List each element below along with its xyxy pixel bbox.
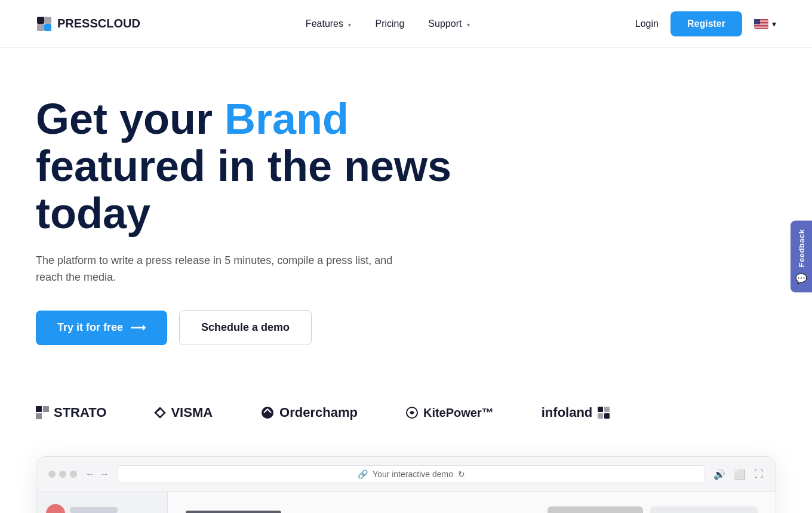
action-button-placeholder: [548, 506, 643, 513]
nav-links: Features ▾ Pricing Support ▾: [306, 19, 470, 29]
cast-icon[interactable]: ⬜: [734, 469, 746, 480]
browser-content: [36, 492, 776, 513]
svg-rect-10: [754, 27, 768, 27]
svg-rect-2: [37, 24, 44, 31]
svg-rect-17: [598, 407, 603, 412]
demo-section: ← → 🔗 Your interactive demo ↻ 🔊 ⬜ ⛶: [0, 456, 812, 513]
logo-icon: [36, 16, 53, 32]
dashboard-title: [186, 511, 281, 513]
support-dropdown-arrow: ▾: [467, 21, 470, 28]
infoland-icon: [597, 406, 610, 419]
register-button[interactable]: Register: [670, 11, 742, 36]
feedback-label: Feedback: [797, 229, 806, 267]
hero-title-part2: featured in the news today: [36, 142, 451, 237]
features-dropdown-arrow: ▾: [348, 21, 351, 28]
forward-arrow-icon[interactable]: →: [100, 469, 109, 480]
sidebar-avatar: [46, 504, 65, 513]
hero-title-part1: Get your: [36, 95, 224, 143]
svg-rect-18: [604, 407, 610, 412]
dot-yellow: [59, 471, 66, 478]
dot-green: [70, 471, 77, 478]
try-free-button[interactable]: Try it for free ⟶: [36, 311, 167, 345]
lang-dropdown-arrow: ▾: [772, 19, 776, 29]
arrow-icon: ⟶: [130, 321, 146, 334]
nav-actions: Login Register ▾: [635, 11, 776, 36]
orderchamp-icon: [260, 406, 275, 420]
nav-features-link[interactable]: Features ▾: [306, 19, 352, 29]
kitepower-logo: KitePower™: [405, 406, 494, 420]
app-sidebar: [36, 492, 168, 513]
visma-icon: [154, 407, 166, 419]
svg-rect-12: [36, 406, 42, 412]
app-main-header: [186, 506, 758, 513]
kitepower-icon: [405, 406, 419, 419]
navbar: PRESSCLOUD Features ▾ Pricing Support ▾ …: [0, 0, 812, 48]
hero-title: Get your Brand featured in the news toda…: [36, 96, 502, 238]
sound-icon[interactable]: 🔊: [713, 469, 725, 480]
infoland-logo: infoland: [542, 405, 611, 420]
app-main-content: [168, 492, 776, 513]
strato-logo: STRATO: [36, 405, 106, 420]
partner-logos-section: STRATO VISMA Orderchamp KitePower™ infol…: [0, 381, 812, 456]
svg-rect-19: [598, 413, 603, 419]
hero-title-highlight: Brand: [224, 95, 349, 143]
nav-item-features[interactable]: Features ▾: [306, 19, 352, 29]
svg-rect-9: [754, 26, 768, 26]
browser-bar: ← → 🔗 Your interactive demo ↻ 🔊 ⬜ ⛶: [36, 457, 776, 492]
us-flag-icon: [754, 19, 768, 29]
back-arrow-icon[interactable]: ←: [85, 469, 95, 480]
svg-rect-8: [754, 24, 768, 24]
svg-rect-1: [44, 17, 51, 24]
browser-nav-arrows: ← →: [85, 469, 109, 480]
svg-rect-3: [44, 24, 51, 31]
feedback-icon: 💬: [795, 273, 807, 284]
strato-icon: [36, 406, 49, 419]
logo-text: PRESSCLOUD: [57, 17, 140, 30]
svg-rect-14: [36, 413, 42, 419]
logo[interactable]: PRESSCLOUD: [36, 16, 140, 32]
browser-url-bar: 🔗 Your interactive demo ↻: [118, 465, 705, 483]
hero-subtitle: The platform to write a press release in…: [36, 252, 394, 287]
nav-pricing-link[interactable]: Pricing: [375, 19, 404, 29]
fullscreen-icon[interactable]: ⛶: [754, 469, 764, 480]
orderchamp-logo: Orderchamp: [260, 405, 358, 420]
browser-action-buttons: 🔊 ⬜ ⛶: [713, 469, 764, 480]
secondary-action-placeholder: [650, 506, 758, 513]
nav-support-link[interactable]: Support ▾: [428, 19, 470, 29]
hero-buttons: Try it for free ⟶ Schedule a demo: [36, 310, 502, 345]
visma-logo: VISMA: [154, 405, 213, 420]
svg-rect-11: [754, 19, 760, 24]
refresh-icon[interactable]: ↻: [458, 469, 465, 479]
language-selector[interactable]: ▾: [754, 19, 776, 29]
nav-item-support[interactable]: Support ▾: [428, 19, 470, 29]
schedule-demo-button[interactable]: Schedule a demo: [179, 310, 312, 345]
login-link[interactable]: Login: [635, 19, 659, 29]
url-label: Your interactive demo: [373, 469, 453, 479]
hero-section: Get your Brand featured in the news toda…: [0, 48, 537, 381]
svg-rect-20: [604, 413, 610, 419]
sidebar-user-name: [70, 507, 118, 513]
svg-rect-0: [37, 17, 44, 24]
link-icon: 🔗: [358, 469, 368, 479]
dot-red: [48, 471, 56, 478]
browser-window: ← → 🔗 Your interactive demo ↻ 🔊 ⬜ ⛶: [36, 456, 776, 513]
feedback-tab[interactable]: Feedback 💬: [791, 220, 812, 293]
svg-rect-13: [43, 406, 49, 412]
browser-dots: [48, 471, 77, 478]
nav-item-pricing[interactable]: Pricing: [375, 19, 404, 29]
sidebar-logo-area: [46, 504, 158, 513]
